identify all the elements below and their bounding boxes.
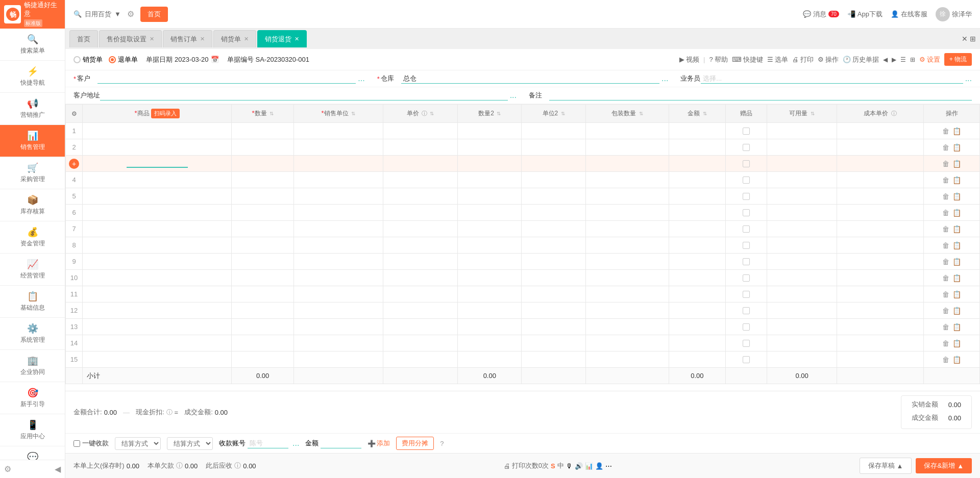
cell-sale-unit-9[interactable] <box>294 254 383 270</box>
account-input[interactable] <box>248 438 288 448</box>
cell-available-15[interactable] <box>767 351 837 368</box>
cell-ops-8[interactable]: 🗑 📋 <box>924 237 980 254</box>
cell-product-14[interactable] <box>83 335 232 351</box>
cell-product-3[interactable] <box>83 156 232 172</box>
sort-qty2-icon[interactable]: ⇅ <box>497 111 501 116</box>
delete-icon-9[interactable]: 🗑 <box>942 258 949 266</box>
sidebar-item-sales-mgmt[interactable]: 📊 销售管理 <box>0 125 65 157</box>
copy-icon-13[interactable]: 📋 <box>952 323 961 331</box>
cell-unit-price-15[interactable] <box>383 351 458 368</box>
cell-qty2-7[interactable] <box>458 221 522 237</box>
add-row-btn[interactable]: + <box>69 159 79 169</box>
cell-unit2-11[interactable] <box>522 286 585 303</box>
delete-icon-4[interactable]: 🗑 <box>942 176 949 184</box>
cell-unit-price-12[interactable] <box>383 303 458 319</box>
product-input-3[interactable] <box>127 159 188 168</box>
cell-product-8[interactable] <box>83 237 232 254</box>
sidebar-item-newbie[interactable]: 🎯 新手引导 <box>0 382 65 414</box>
next-record-btn[interactable]: ▶ <box>892 56 896 63</box>
product-input-4[interactable] <box>127 176 188 184</box>
select-btn[interactable]: ☰ 选单 <box>767 55 788 64</box>
cell-amount-12[interactable] <box>669 303 726 319</box>
cell-ops-5[interactable]: 🗑 📋 <box>924 188 980 205</box>
cell-ops-3[interactable]: 🗑 📋 <box>924 156 980 172</box>
tab-close-sale-price[interactable]: ✕ <box>150 36 154 42</box>
cell-qty-5[interactable] <box>232 188 294 205</box>
cell-qty-6[interactable] <box>232 205 294 221</box>
product-input-8[interactable] <box>127 241 188 249</box>
sidebar-item-search-menu[interactable]: 🔍 搜索菜单 <box>0 29 65 61</box>
cell-qty-9[interactable] <box>232 254 294 270</box>
cell-gift-13[interactable] <box>725 319 767 335</box>
tab-layout[interactable]: ⊞ <box>970 35 976 43</box>
copy-icon-8[interactable]: 📋 <box>952 241 961 249</box>
gift-checkbox-9[interactable] <box>743 258 750 265</box>
cell-unit2-9[interactable] <box>522 254 585 270</box>
ops-btn[interactable]: ⚙ 操作 <box>818 55 839 64</box>
logistics-btn[interactable]: + 物流 <box>944 53 972 66</box>
cell-pkg-qty-3[interactable] <box>585 156 669 172</box>
delete-icon-11[interactable]: 🗑 <box>942 290 949 298</box>
cell-qty-10[interactable] <box>232 270 294 286</box>
cell-pkg-qty-2[interactable] <box>585 139 669 156</box>
add-fee-button[interactable]: ➕ 添加 <box>368 439 390 448</box>
print-btn[interactable]: 🖨 打印 <box>792 55 814 64</box>
cell-unit-price-6[interactable] <box>383 205 458 221</box>
cell-available-3[interactable] <box>767 156 837 172</box>
cell-ops-13[interactable]: 🗑 📋 <box>924 319 980 335</box>
expense-split-button[interactable]: 费用分摊 <box>396 437 434 450</box>
cell-product-9[interactable] <box>83 254 232 270</box>
sort-qty-icon[interactable]: ⇅ <box>270 111 274 116</box>
delete-icon-12[interactable]: 🗑 <box>942 307 949 315</box>
icon-user2[interactable]: 👤 <box>595 462 603 470</box>
sidebar-item-sys-mgmt[interactable]: ⚙️ 系统管理 <box>0 318 65 350</box>
cell-qty2-1[interactable] <box>458 123 522 139</box>
cell-cost-4[interactable] <box>837 172 924 188</box>
delete-icon-6[interactable]: 🗑 <box>942 209 949 217</box>
tab-close-sale-out[interactable]: ✕ <box>244 36 249 42</box>
cell-cost-1[interactable] <box>837 123 924 139</box>
unit-price-info-icon[interactable]: ⓘ <box>422 110 427 116</box>
cell-available-13[interactable] <box>767 319 837 335</box>
sort-price-icon[interactable]: ⇅ <box>430 111 434 116</box>
cell-sale-unit-11[interactable] <box>294 286 383 303</box>
gift-checkbox-6[interactable] <box>743 209 750 216</box>
copy-icon-7[interactable]: 📋 <box>952 225 961 233</box>
copy-icon-11[interactable]: 📋 <box>952 290 961 298</box>
cell-sale-unit-12[interactable] <box>294 303 383 319</box>
cell-unit2-15[interactable] <box>522 351 585 368</box>
shortcut-btn[interactable]: ⌨ 快捷键 <box>732 55 763 64</box>
icon-barcode[interactable]: 📊 <box>585 462 593 470</box>
app-download[interactable]: 📲 App下载 <box>847 10 883 19</box>
cell-unit2-6[interactable] <box>522 205 585 221</box>
radio-sale-out[interactable]: 销货单 <box>74 55 103 64</box>
delete-icon-10[interactable]: 🗑 <box>942 274 949 282</box>
sidebar-item-basic-info[interactable]: 📋 基础信息 <box>0 286 65 318</box>
print-count-btn[interactable]: 🖨 打印次数0次 <box>504 461 549 470</box>
delete-icon-3[interactable]: 🗑 <box>942 160 949 168</box>
product-input-7[interactable] <box>127 225 188 233</box>
cell-gift-9[interactable] <box>725 254 767 270</box>
cell-unit-price-7[interactable] <box>383 221 458 237</box>
cell-amount-4[interactable] <box>669 172 726 188</box>
cell-qty2-3[interactable] <box>458 156 522 172</box>
cell-available-12[interactable] <box>767 303 837 319</box>
cell-unit2-2[interactable] <box>522 139 585 156</box>
cell-pkg-qty-8[interactable] <box>585 237 669 254</box>
cell-cost-9[interactable] <box>837 254 924 270</box>
cell-sale-unit-7[interactable] <box>294 221 383 237</box>
cell-qty-2[interactable] <box>232 139 294 156</box>
cell-gift-11[interactable] <box>725 286 767 303</box>
cell-amount-3[interactable] <box>669 156 726 172</box>
cell-sale-unit-1[interactable] <box>294 123 383 139</box>
tab-close-all[interactable]: ✕ <box>962 35 968 43</box>
delete-icon-2[interactable]: 🗑 <box>942 143 949 152</box>
delete-icon-13[interactable]: 🗑 <box>942 323 949 331</box>
cell-pkg-qty-13[interactable] <box>585 319 669 335</box>
cell-unit2-10[interactable] <box>522 270 585 286</box>
cell-cost-14[interactable] <box>837 335 924 351</box>
settings-bottom-icon[interactable]: ⚙ <box>4 464 11 474</box>
experience-button[interactable]: 首页 <box>140 7 168 22</box>
delete-icon-5[interactable]: 🗑 <box>942 192 949 200</box>
cell-qty2-6[interactable] <box>458 205 522 221</box>
